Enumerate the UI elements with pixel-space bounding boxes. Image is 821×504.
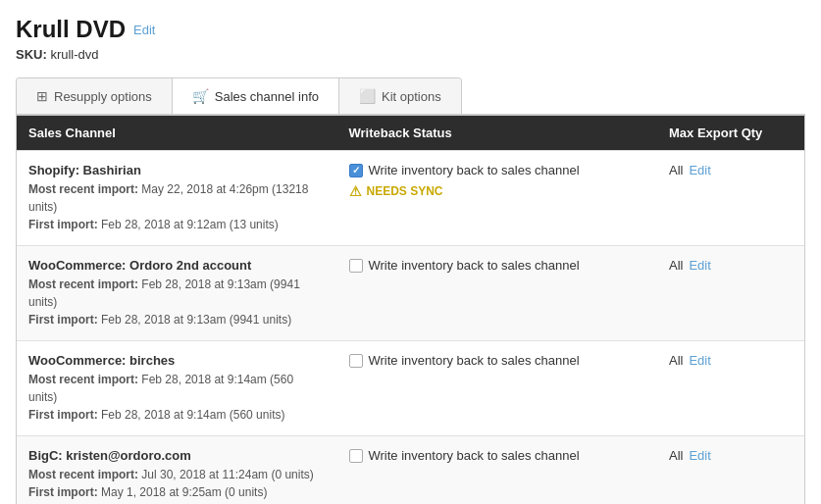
checkbox-row-3[interactable]: Write inventory back to sales channel xyxy=(349,448,646,463)
needs-sync-badge-0: ⚠NEEDS SYNC xyxy=(349,183,646,199)
sku-value: krull-dvd xyxy=(50,47,98,62)
first-import-2: First import: Feb 28, 2018 at 9:14am (56… xyxy=(28,406,326,424)
writeback-label-2: Write inventory back to sales channel xyxy=(369,353,580,368)
checkbox-row-0[interactable]: Write inventory back to sales channel xyxy=(349,163,646,177)
most-recent-0: Most recent import: May 22, 2018 at 4:26… xyxy=(28,180,326,216)
import-info-0: Most recent import: May 22, 2018 at 4:26… xyxy=(28,180,326,233)
tab-sales-channel[interactable]: 🛒 Sales channel info xyxy=(173,78,339,114)
most-recent-3: Most recent import: Jul 30, 2018 at 11:2… xyxy=(28,466,326,483)
import-info-3: Most recent import: Jul 30, 2018 at 11:2… xyxy=(28,466,326,501)
channel-col-1: WooCommerce: Ordoro 2nd accountMost rece… xyxy=(17,246,337,340)
writeback-label-3: Write inventory back to sales channel xyxy=(369,448,580,463)
max-qty-edit-1[interactable]: Edit xyxy=(689,258,710,273)
writeback-checkbox-3[interactable] xyxy=(349,449,363,463)
first-import-0: First import: Feb 28, 2018 at 9:12am (13… xyxy=(28,216,326,233)
header-writeback-status: Writeback Status xyxy=(337,116,658,150)
sales-channel-table: Sales Channel Writeback Status Max Expor… xyxy=(16,114,805,504)
most-recent-1: Most recent import: Feb 28, 2018 at 9:13… xyxy=(28,276,326,311)
channel-name-3: BigC: kristen@ordoro.com xyxy=(28,448,326,463)
first-import-3: First import: May 1, 2018 at 9:25am (0 u… xyxy=(28,483,326,501)
max-qty-value-3: All xyxy=(669,448,683,463)
product-edit-link[interactable]: Edit xyxy=(133,23,155,37)
tab-sales-channel-label: Sales channel info xyxy=(215,89,319,104)
max-qty-edit-2[interactable]: Edit xyxy=(689,353,710,368)
table-row: BigC: kristen@ordoro.comMost recent impo… xyxy=(17,435,804,504)
channel-name-2: WooCommerce: birches xyxy=(28,353,326,368)
max-qty-col-0: AllEdit xyxy=(657,151,804,245)
product-title-row: Krull DVD Edit xyxy=(16,16,805,43)
writeback-col-1: Write inventory back to sales channel xyxy=(337,246,658,340)
checkbox-row-1[interactable]: Write inventory back to sales channel xyxy=(349,258,646,273)
tab-kit-options-label: Kit options xyxy=(382,89,441,104)
resupply-icon: ⊞ xyxy=(36,88,48,104)
max-qty-col-2: AllEdit xyxy=(657,341,804,435)
checkbox-row-2[interactable]: Write inventory back to sales channel xyxy=(349,353,646,368)
channel-name-0: Shopify: Bashirian xyxy=(28,163,326,177)
needs-sync-text-0: NEEDS SYNC xyxy=(367,184,443,198)
sku-label: SKU: xyxy=(16,47,47,62)
import-info-2: Most recent import: Feb 28, 2018 at 9:14… xyxy=(28,371,326,424)
channel-col-2: WooCommerce: birchesMost recent import: … xyxy=(17,341,337,435)
sales-channel-icon: 🛒 xyxy=(192,88,209,104)
most-recent-2: Most recent import: Feb 28, 2018 at 9:14… xyxy=(28,371,326,406)
tab-kit-options[interactable]: ⬜ Kit options xyxy=(339,78,461,114)
writeback-label-0: Write inventory back to sales channel xyxy=(369,163,580,177)
import-info-1: Most recent import: Feb 28, 2018 at 9:13… xyxy=(28,276,326,328)
first-import-1: First import: Feb 28, 2018 at 9:13am (99… xyxy=(28,311,326,328)
channel-col-0: Shopify: BashirianMost recent import: Ma… xyxy=(17,151,337,245)
writeback-checkbox-2[interactable] xyxy=(349,354,363,368)
max-qty-value-0: All xyxy=(669,163,683,177)
warning-icon-0: ⚠ xyxy=(349,183,362,199)
max-qty-value-2: All xyxy=(669,353,683,368)
writeback-col-2: Write inventory back to sales channel xyxy=(337,341,658,435)
max-qty-col-3: AllEdit xyxy=(657,436,804,504)
max-qty-col-1: AllEdit xyxy=(657,246,804,340)
tabs-container: ⊞ Resupply options 🛒 Sales channel info … xyxy=(16,77,462,114)
max-qty-value-1: All xyxy=(669,258,683,273)
table-body: Shopify: BashirianMost recent import: Ma… xyxy=(17,150,804,504)
header-max-export-qty: Max Export Qty xyxy=(657,116,804,150)
table-row: WooCommerce: Ordoro 2nd accountMost rece… xyxy=(17,245,804,340)
max-qty-edit-0[interactable]: Edit xyxy=(689,163,710,177)
table-row: WooCommerce: birchesMost recent import: … xyxy=(17,340,804,435)
sku-line: SKU: krull-dvd xyxy=(16,47,805,62)
kit-options-icon: ⬜ xyxy=(359,88,376,104)
product-title: Krull DVD xyxy=(16,16,126,43)
channel-name-1: WooCommerce: Ordoro 2nd account xyxy=(28,258,326,273)
table-row: Shopify: BashirianMost recent import: Ma… xyxy=(17,150,804,245)
channel-col-3: BigC: kristen@ordoro.comMost recent impo… xyxy=(17,436,337,504)
header-sales-channel: Sales Channel xyxy=(17,116,337,150)
writeback-col-0: Write inventory back to sales channel⚠NE… xyxy=(337,151,658,245)
table-header: Sales Channel Writeback Status Max Expor… xyxy=(17,116,804,150)
tab-resupply[interactable]: ⊞ Resupply options xyxy=(17,78,173,114)
writeback-col-3: Write inventory back to sales channel xyxy=(337,436,658,504)
max-qty-edit-3[interactable]: Edit xyxy=(689,448,710,463)
writeback-checkbox-1[interactable] xyxy=(349,259,363,273)
writeback-label-1: Write inventory back to sales channel xyxy=(369,258,580,273)
writeback-checkbox-0[interactable] xyxy=(349,164,363,177)
tab-resupply-label: Resupply options xyxy=(54,89,152,104)
